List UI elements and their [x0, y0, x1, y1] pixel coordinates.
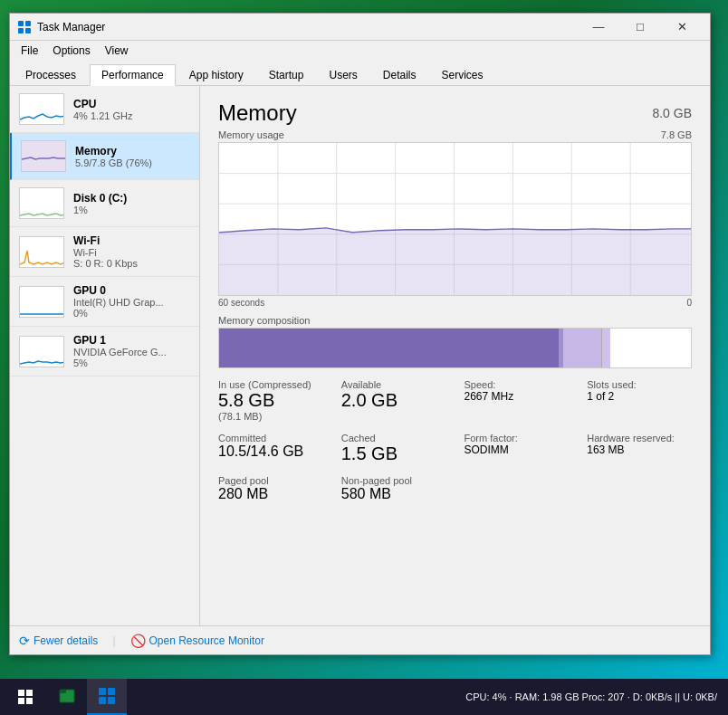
tab-processes[interactable]: Processes: [14, 63, 88, 85]
cpu-label: CPU: [73, 98, 190, 110]
panel-title: Memory: [218, 100, 297, 126]
sidebar: CPU 4% 1.21 GHz Memory 5.9/7.8 GB (7: [10, 86, 200, 625]
close-button[interactable]: ✕: [661, 14, 703, 41]
svg-rect-20: [26, 698, 33, 704]
gpu0-thumbnail: [19, 286, 64, 318]
gpu0-sub: Intel(R) UHD Grap...: [73, 297, 190, 308]
stat-available: Available 2.0 GB: [341, 379, 446, 422]
svg-rect-2: [18, 28, 24, 33]
monitor-icon: 🚫: [130, 634, 146, 648]
svg-rect-17: [18, 690, 24, 696]
cpu-thumbnail: [19, 93, 64, 125]
svg-rect-19: [18, 698, 24, 704]
wifi-label: Wi-Fi: [73, 234, 190, 247]
comp-in-use: [219, 329, 559, 367]
stat-form: Form factor: SODIMM: [465, 433, 570, 464]
time-label-end: 0: [686, 298, 692, 308]
form-label: Form factor:: [465, 433, 570, 443]
taskbar-app-taskmanager[interactable]: [87, 679, 127, 715]
sidebar-item-disk[interactable]: Disk 0 (C:) 1%: [10, 180, 199, 227]
content-area: CPU 4% 1.21 GHz Memory 5.9/7.8 GB (7: [10, 86, 710, 625]
wifi-stats: S: 0 R: 0 Kbps: [73, 258, 190, 269]
stat-slots: Slots used: 1 of 2: [587, 379, 692, 422]
gpu1-sub: NVIDIA GeForce G...: [73, 347, 190, 358]
tab-services[interactable]: Services: [430, 63, 495, 85]
paged-label: Paged pool: [218, 475, 323, 486]
svg-rect-22: [60, 690, 66, 693]
start-button[interactable]: [4, 679, 47, 715]
tab-users[interactable]: Users: [317, 63, 369, 85]
committed-label: Committed: [218, 433, 323, 443]
svg-rect-4: [22, 141, 66, 172]
taskbar: CPU: 4% · RAM: 1.98 GB Proc: 207 · D: 0K…: [0, 679, 728, 715]
disk-label: Disk 0 (C:): [73, 192, 190, 205]
cpu-stats: 4% 1.21 GHz: [73, 110, 190, 121]
cached-label: Cached: [341, 433, 446, 443]
chart-time-labels: 60 seconds 0: [218, 298, 692, 308]
maximize-button[interactable]: □: [619, 14, 661, 41]
minimize-button[interactable]: —: [578, 14, 619, 41]
open-monitor-link[interactable]: 🚫 Open Resource Monitor: [130, 634, 264, 648]
svg-rect-1: [25, 21, 31, 26]
comp-cached: [601, 329, 610, 367]
hw-label: Hardware reserved:: [587, 433, 692, 443]
svg-rect-26: [108, 697, 115, 704]
menu-file[interactable]: File: [14, 43, 45, 59]
main-panel: Memory 8.0 GB Memory usage 7.8 GB: [200, 86, 710, 625]
tab-details[interactable]: Details: [371, 63, 428, 85]
tabs-bar: Processes Performance App history Startu…: [10, 61, 710, 86]
disk-thumbnail: [19, 187, 64, 219]
sidebar-item-gpu1[interactable]: GPU 1 NVIDIA GeForce G... 5%: [10, 327, 199, 377]
fewer-details-icon: ⟳: [19, 634, 30, 648]
paged-value: 280 MB: [218, 486, 323, 502]
committed-value: 10.5/14.6 GB: [218, 443, 323, 460]
sidebar-item-gpu0[interactable]: GPU 0 Intel(R) UHD Grap... 0%: [10, 277, 199, 327]
title-bar: Task Manager — □ ✕: [10, 14, 710, 41]
menu-bar: File Options View: [10, 41, 710, 61]
svg-rect-18: [26, 690, 33, 696]
stat-speed: Speed: 2667 MHz: [465, 379, 570, 422]
time-label-start: 60 seconds: [218, 298, 264, 308]
menu-options[interactable]: Options: [45, 43, 97, 59]
stat-paged: Paged pool 280 MB: [218, 475, 323, 502]
in-use-value: 5.8 GB: [218, 390, 323, 411]
tab-app-history[interactable]: App history: [177, 63, 255, 85]
gpu1-thumbnail: [19, 336, 64, 367]
footer-bar: ⟳ Fewer details | 🚫 Open Resource Monito…: [10, 625, 710, 654]
menu-view[interactable]: View: [98, 43, 136, 59]
memory-thumbnail: [21, 140, 66, 172]
stat-hw-reserved: Hardware reserved: 163 MB: [587, 433, 692, 464]
in-use-label: In use (Compressed): [218, 379, 323, 390]
stat-nonpaged: Non-paged pool 580 MB: [341, 475, 446, 502]
panel-header: Memory 8.0 GB: [218, 100, 692, 126]
memory-label: Memory: [75, 145, 190, 157]
usage-chart-max: 7.8 GB: [661, 129, 692, 140]
wifi-thumbnail: [19, 236, 64, 268]
fewer-details-link[interactable]: ⟳ Fewer details: [19, 634, 98, 648]
slots-label: Slots used:: [587, 379, 692, 390]
tab-startup[interactable]: Startup: [257, 63, 316, 85]
composition-section: Memory composition: [218, 315, 692, 368]
svg-rect-24: [108, 688, 115, 695]
disk-stats: 1%: [73, 205, 190, 215]
svg-rect-25: [99, 697, 106, 704]
gpu0-label: GPU 0: [73, 284, 190, 297]
usage-chart: [218, 142, 692, 296]
sidebar-item-wifi[interactable]: Wi-Fi Wi-Fi S: 0 R: 0 Kbps: [10, 227, 199, 277]
tab-performance[interactable]: Performance: [90, 64, 176, 86]
svg-rect-0: [18, 21, 24, 26]
composition-bar: [218, 328, 692, 368]
window-title: Task Manager: [37, 21, 578, 33]
panel-total: 8.0 GB: [652, 106, 692, 120]
memory-stats: 5.9/7.8 GB (76%): [75, 157, 190, 168]
gpu1-stats: 5%: [73, 358, 190, 368]
sidebar-item-memory[interactable]: Memory 5.9/7.8 GB (76%): [10, 133, 199, 180]
window-controls: — □ ✕: [578, 14, 703, 41]
cached-value: 1.5 GB: [341, 443, 446, 464]
fewer-details-label: Fewer details: [34, 634, 98, 647]
taskbar-app-files[interactable]: [47, 679, 87, 715]
sidebar-item-cpu[interactable]: CPU 4% 1.21 GHz: [10, 86, 199, 133]
form-value: SODIMM: [465, 443, 570, 456]
svg-rect-3: [25, 28, 31, 33]
app-icon: [17, 20, 32, 34]
